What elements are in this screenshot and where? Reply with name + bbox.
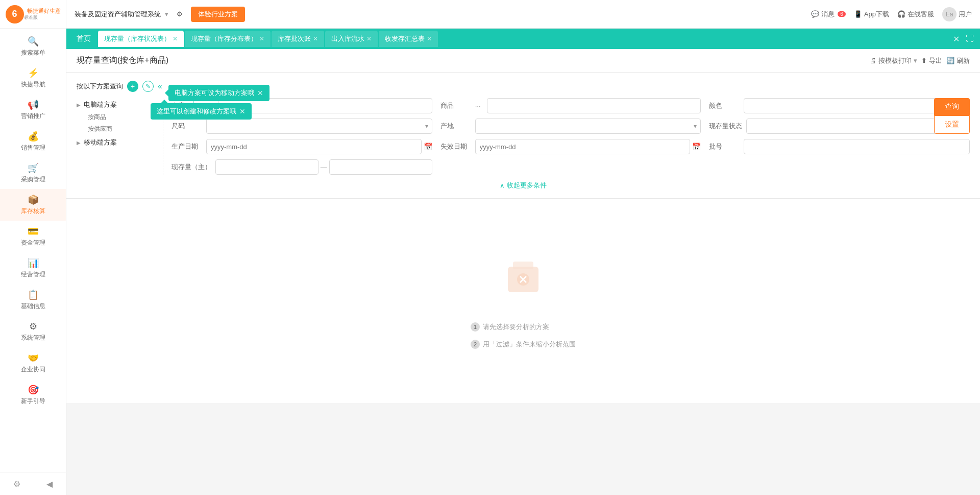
tooltip-pc: 电脑方案可设为移动方案哦 ✕ <box>168 85 270 101</box>
avatar: Ea <box>942 7 957 21</box>
sidebar-item-basicinfo[interactable]: 📋 基础信息 <box>0 284 66 316</box>
expiry-date-input[interactable] <box>475 139 691 154</box>
tab-bar: 首页 现存量（库存状况表） ✕ 现存量（库存分布表） ✕ 库存批次账 ✕ 出入库… <box>66 29 980 49</box>
sidebar-item-quicknav[interactable]: ⚡ 快捷导航 <box>0 62 66 94</box>
sidebar-item-sales[interactable]: 💰 销售管理 <box>0 126 66 157</box>
stock-main-range: — <box>215 159 432 175</box>
phone-icon: 📱 <box>854 10 862 18</box>
sidebar-item-operation[interactable]: 📊 经营管理 <box>0 252 66 284</box>
marketing-icon: 📢 <box>28 99 39 110</box>
expiry-date-label: 失效日期 <box>440 142 471 151</box>
tooltip-pc-close-icon[interactable]: ✕ <box>257 89 263 97</box>
tab-close-icon[interactable]: ✕ <box>313 35 318 42</box>
empty-tip-2: 2 用「过滤」条件来缩小分析范围 <box>471 338 576 351</box>
industry-button[interactable]: 体验行业方案 <box>191 7 245 22</box>
sidebar: 6 畅捷通好生意 标准版 🔍 搜索菜单 ⚡ 快捷导航 📢 营销推广 💰 销售管理… <box>0 0 66 495</box>
batch-label: 批号 <box>709 142 740 151</box>
color-label: 颜色 <box>709 101 740 110</box>
dot-indicator <box>191 96 196 101</box>
collapse-label: 收起更多条件 <box>507 181 547 190</box>
sidebar-item-label: 销售管理 <box>21 144 45 152</box>
scheme-group-desktop-header[interactable]: ▶ 电脑端方案 <box>77 98 155 111</box>
page-content: 现存量查询(按仓库+商品) 🖨 按模板打印 ▾ ⬆ 导出 🔄 刷新 <box>66 49 980 495</box>
settings-footer-icon[interactable]: ⚙ <box>13 479 20 489</box>
tooltip-edit-close-icon[interactable]: ✕ <box>239 107 246 115</box>
tab-summary[interactable]: 收发存汇总表 ✕ <box>379 31 438 47</box>
tab-expand-icon[interactable]: ⛶ <box>964 34 976 43</box>
sidebar-item-inventory[interactable]: 📦 库存核算 <box>0 189 66 221</box>
scheme-item-goods[interactable]: 按商品 <box>77 111 155 123</box>
sidebar-item-guide[interactable]: 🎯 新手引导 <box>0 379 66 411</box>
print-button[interactable]: 🖨 按模板打印 ▾ <box>870 56 917 65</box>
filter-stock-status: 现存量状态 ▾ <box>709 119 970 134</box>
system-dropdown-arrow[interactable]: ▾ <box>165 10 168 18</box>
user-action[interactable]: Ea 用户 <box>942 7 972 21</box>
refresh-icon: 🔄 <box>946 57 954 64</box>
stock-main-end-input[interactable] <box>329 159 432 175</box>
sidebar-item-marketing[interactable]: 📢 营销推广 <box>0 94 66 126</box>
export-button[interactable]: ⬆ 导出 <box>921 56 942 65</box>
user-label: 用户 <box>959 10 972 19</box>
sidebar-logo: 6 畅捷通好生意 标准版 <box>0 0 66 29</box>
sidebar-item-label: 营销推广 <box>21 112 45 121</box>
goods-more-icon[interactable]: ··· <box>475 102 481 110</box>
sidebar-item-label: 采购管理 <box>21 175 45 184</box>
tab-inventory-status[interactable]: 现存量（库存状况表） ✕ <box>98 31 184 47</box>
prod-date-start-input[interactable] <box>206 139 422 154</box>
collapse-button[interactable]: ∧ 收起更多条件 <box>500 181 547 190</box>
tab-home[interactable]: 首页 <box>70 31 97 47</box>
empty-tip-2-text: 用「过滤」条件来缩小分析范围 <box>483 338 576 351</box>
sidebar-item-search[interactable]: 🔍 搜索菜单 <box>0 31 66 62</box>
filter-size: 尺码 ▾ <box>172 119 432 134</box>
sidebar-item-system[interactable]: ⚙ 系统管理 <box>0 316 66 347</box>
filter-batch: 批号 <box>709 139 970 154</box>
tab-inventory-dist[interactable]: 现存量（库存分布表） ✕ <box>185 31 271 47</box>
size-select[interactable] <box>206 119 432 134</box>
goods-input[interactable] <box>487 98 701 113</box>
sidebar-item-label: 企业协同 <box>21 365 45 374</box>
filter-row-2: 尺码 ▾ 产地 ▾ <box>172 119 970 134</box>
origin-select[interactable] <box>475 119 701 134</box>
guide-icon: 🎯 <box>28 384 39 395</box>
expiry-date-calendar-icon[interactable]: 📅 <box>692 143 701 151</box>
app-download-action[interactable]: 📱 App下载 <box>854 10 889 19</box>
size-label: 尺码 <box>172 122 202 131</box>
batch-input[interactable] <box>744 139 970 154</box>
scheme-group-mobile: ▶ 移动端方案 <box>77 136 155 149</box>
filter-back-button[interactable]: « <box>158 82 162 91</box>
app-download-label: App下载 <box>864 10 889 19</box>
scheme-group-mobile-header[interactable]: ▶ 移动端方案 <box>77 136 155 149</box>
refresh-button[interactable]: 🔄 刷新 <box>946 56 970 65</box>
query-button[interactable]: 查询 <box>934 98 970 115</box>
sidebar-item-finance[interactable]: 💳 资金管理 <box>0 221 66 252</box>
prod-date-range: 📅 <box>206 139 432 154</box>
tab-close-icon[interactable]: ✕ <box>427 35 432 42</box>
print-arrow-icon: ▾ <box>914 57 917 64</box>
tab-close-icon[interactable]: ✕ <box>366 35 372 42</box>
filter-edit-button[interactable]: ✎ <box>142 81 154 92</box>
collab-icon: 🤝 <box>28 352 39 364</box>
notification-action[interactable]: 💬 消息 6 <box>811 10 846 19</box>
stock-main-start-input[interactable] <box>215 159 318 175</box>
filter-add-button[interactable]: + <box>127 81 138 92</box>
collapse-sidebar-icon[interactable]: ◀ <box>46 479 53 489</box>
sidebar-nav: 🔍 搜索菜单 ⚡ 快捷导航 📢 营销推广 💰 销售管理 🛒 采购管理 📦 库存核… <box>0 29 66 473</box>
tab-close-all-icon[interactable]: ✕ <box>951 34 962 44</box>
gear-button[interactable]: ⚙ <box>173 7 187 21</box>
tab-inout-flow[interactable]: 出入库流水 ✕ <box>325 31 378 47</box>
inventory-icon: 📦 <box>28 194 39 205</box>
tab-close-icon[interactable]: ✕ <box>259 35 264 42</box>
reset-button[interactable]: 设置 <box>934 115 970 134</box>
export-label: 导出 <box>929 56 942 65</box>
tab-batch[interactable]: 库存批次账 ✕ <box>272 31 324 47</box>
page-actions: 🖨 按模板打印 ▾ ⬆ 导出 🔄 刷新 <box>870 56 970 65</box>
sidebar-item-purchase[interactable]: 🛒 采购管理 <box>0 157 66 189</box>
filter-footer: ∧ 收起更多条件 <box>77 181 970 190</box>
sidebar-item-collab[interactable]: 🤝 企业协同 <box>0 347 66 379</box>
prod-date-calendar-icon[interactable]: 📅 <box>424 143 432 151</box>
scheme-item-supplier[interactable]: 按供应商 <box>77 123 155 135</box>
page-header: 现存量查询(按仓库+商品) 🖨 按模板打印 ▾ ⬆ 导出 🔄 刷新 <box>66 49 980 73</box>
tab-close-icon[interactable]: ✕ <box>173 35 178 42</box>
online-service-action[interactable]: 🎧 在线客服 <box>897 10 934 19</box>
filter-row-3: 生产日期 📅 失效日期 📅 <box>172 139 970 154</box>
